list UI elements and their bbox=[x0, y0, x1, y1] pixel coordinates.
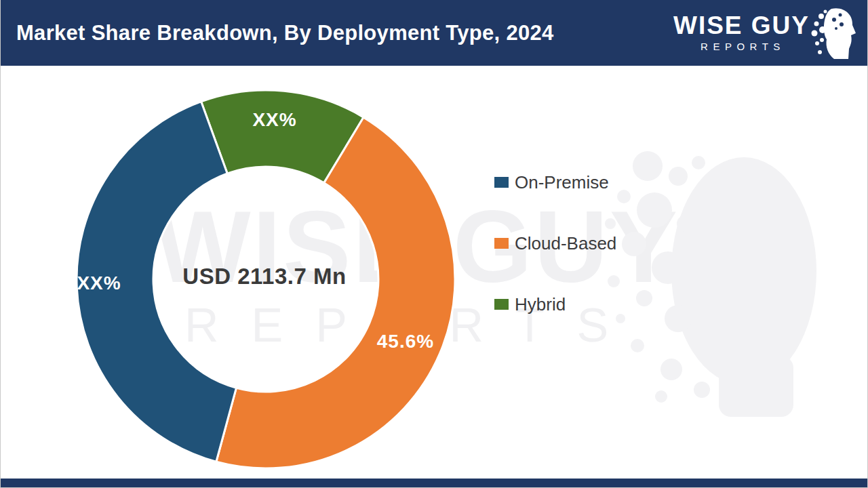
legend-item-hybrid: Hybrid bbox=[494, 293, 616, 316]
legend-label-on-premise: On-Premise bbox=[515, 172, 609, 193]
legend-swatch-hybrid bbox=[494, 299, 509, 310]
wise-guy-logo: WISE GUY REPORTS bbox=[673, 5, 856, 61]
segment-label-on-premise: XX% bbox=[77, 272, 121, 294]
logo-face-icon bbox=[811, 6, 856, 60]
footer-bar bbox=[0, 479, 868, 488]
logo-brand-name: WISE GUY bbox=[673, 13, 810, 39]
segment-label-cloud-based: 45.6% bbox=[377, 331, 434, 352]
legend-item-on-premise: On-Premise bbox=[494, 171, 616, 194]
legend-label-cloud-based: Cloud-Based bbox=[515, 233, 616, 254]
header-bar: Market Share Breakdown, By Deployment Ty… bbox=[0, 0, 868, 66]
donut-chart bbox=[0, 0, 868, 488]
wise-guy-logo-text: WISE GUY REPORTS bbox=[673, 13, 810, 54]
page-title: Market Share Breakdown, By Deployment Ty… bbox=[16, 0, 554, 66]
chart-legend: On-Premise Cloud-Based Hybrid bbox=[494, 171, 616, 354]
donut-center-value: USD 2113.7 Mn bbox=[182, 264, 346, 289]
legend-swatch-on-premise bbox=[494, 177, 509, 188]
legend-swatch-cloud-based bbox=[494, 238, 509, 249]
donut-segment-cloud-based bbox=[216, 117, 455, 468]
legend-label-hybrid: Hybrid bbox=[515, 294, 566, 315]
segment-label-hybrid: XX% bbox=[252, 109, 296, 131]
logo-reports-text: REPORTS bbox=[698, 40, 785, 54]
legend-item-cloud-based: Cloud-Based bbox=[494, 232, 616, 255]
